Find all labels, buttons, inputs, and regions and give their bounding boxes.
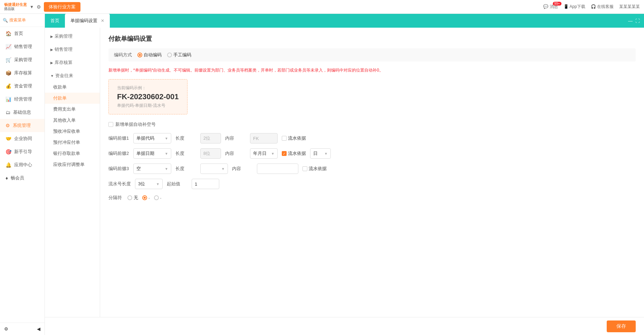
sub-item-other-income[interactable]: 其他收入单 <box>45 115 100 126</box>
sidebar-item-finance[interactable]: 💰 资金管理 <box>0 80 45 93</box>
sep-dot2-radio[interactable]: · <box>154 195 162 201</box>
workspace-dropdown[interactable]: ▼ <box>30 4 34 9</box>
sub-group-purchase: ▶ 采购管理 <box>45 30 100 42</box>
content2-select[interactable]: 年月日 ▼ <box>250 148 278 159</box>
prefix2-select[interactable]: 单据日期 ▼ <box>133 148 171 159</box>
sidebar-item-purchase[interactable]: 🛒 采购管理 <box>0 53 45 66</box>
content1-input: FK <box>250 133 278 143</box>
arrow-icon: ▶ <box>50 48 53 52</box>
finance-icon: 💰 <box>6 83 11 89</box>
serial2-checkbox[interactable]: ✓ <box>282 151 287 156</box>
prefix1-label: 编码前缀1 <box>108 135 129 141</box>
sidebar-item-vip[interactable]: ♦ 畅会员 <box>0 171 45 185</box>
serial3-checkbox[interactable] <box>302 166 307 171</box>
sub-layout: ▶ 采购管理 ▶ 销售管理 ▶ 库存核算 <box>45 28 644 317</box>
sidebar-item-system[interactable]: ⚙ 系统管理 <box>0 119 45 132</box>
sidebar-item-home[interactable]: 🏠 首页 <box>0 27 45 40</box>
code-preview-value: FK-20230602-001 <box>117 92 179 101</box>
sub-title-inventory[interactable]: ▶ 库存核算 <box>45 57 100 68</box>
tab-maximize-icon[interactable]: ⛶ <box>635 18 640 24</box>
start-value-label: 起始值 <box>167 181 188 187</box>
auto-radio-dot <box>137 53 142 57</box>
tab-home[interactable]: 首页 <box>45 14 65 28</box>
sub-item-prepaid-receivable[interactable]: 预收冲应收单 <box>45 126 100 137</box>
content3-input[interactable] <box>257 164 298 174</box>
serial1-checkbox-group: 流水依据 <box>282 135 306 141</box>
serial-length-select[interactable]: 3位 ▼ <box>135 179 163 189</box>
sales-icon: 📈 <box>6 44 11 49</box>
encoding-label: 编码方式 <box>114 52 132 58</box>
sep-dot-radio[interactable]: · <box>142 195 150 201</box>
sub-item-bank[interactable]: 银行存取款单 <box>45 148 100 159</box>
home-icon: 🏠 <box>6 31 11 36</box>
length2-label: 长度 <box>175 150 196 157</box>
sidebar-item-basic-info[interactable]: 🗂 基础信息 <box>0 106 45 119</box>
sidebar-item-guide[interactable]: 🎯 新手引导 <box>0 145 45 158</box>
sep-dot2-dot <box>154 195 159 200</box>
serial2-checkbox-group: ✓ 流水依据 <box>282 150 306 157</box>
sub-title-sales[interactable]: ▶ 销售管理 <box>45 44 100 55</box>
basic-info-icon: 🗂 <box>6 110 10 115</box>
sidebar-item-app-center[interactable]: 🔔 应用中心 <box>0 158 45 171</box>
sidebar-item-inventory[interactable]: 📦 库存核算 <box>0 66 45 80</box>
content2-label: 内容 <box>225 150 246 157</box>
chevron-down-icon: ▼ <box>324 152 328 156</box>
prefix3-select[interactable]: 空 ▼ <box>133 164 171 174</box>
serial-length-label: 流水号长度 <box>108 181 131 187</box>
length2-input: 8位 <box>200 148 221 159</box>
settings-icon[interactable]: ⚙ <box>37 4 41 10</box>
prefix2-label: 编码前缀2 <box>108 150 129 157</box>
code-preview: 当前编码示例： FK-20230602-001 单据代码-单据日期-流水号 <box>108 79 188 114</box>
save-button[interactable]: 保存 <box>607 320 636 332</box>
serial3-checkbox-group: 流水依据 <box>302 166 327 172</box>
sub-item-payment[interactable]: 付款单 <box>45 93 100 104</box>
auto-encoding-radio[interactable]: 自动编码 <box>137 52 162 58</box>
sidebar-item-sales[interactable]: 📈 销售管理 <box>0 40 45 53</box>
length1-input: 2位 <box>200 133 221 143</box>
system-icon: ⚙ <box>6 123 10 128</box>
user-avatar[interactable]: 某某某某某 <box>619 4 640 10</box>
sub-item-adjustment[interactable]: 应收应付调整单 <box>45 159 100 170</box>
sidebar-item-enterprise[interactable]: 🤝 企业协同 <box>0 132 45 145</box>
sidebar-collapse-icon[interactable]: ◀ <box>37 326 40 332</box>
start-value-input[interactable]: 1 <box>192 179 219 189</box>
manual-encoding-radio[interactable]: 手工编码 <box>167 52 191 58</box>
encoding-radio-group: 自动编码 手工编码 <box>137 52 191 58</box>
chevron-down-icon: ▼ <box>221 167 225 171</box>
auto-fill-row: 新增单据自动补空号 <box>108 121 636 128</box>
logo: 畅捷通好生意 搭品版 <box>4 2 27 11</box>
chevron-down-icon: ▼ <box>165 137 168 140</box>
prefix1-select[interactable]: 单据代码 ▼ <box>133 133 171 143</box>
separator-radio-group: 无 · · <box>127 195 161 201</box>
info-text: 新增单据时，*单据编码*自动生成、不可编辑。前缀设置为部门、业务员等档案类，开单… <box>108 67 636 74</box>
tab-encoding-settings[interactable]: 单据编码设置 ✕ <box>65 14 110 28</box>
sidebar-item-management[interactable]: 📊 经营管理 <box>0 93 45 106</box>
sub-item-expense[interactable]: 费用支出单 <box>45 104 100 115</box>
auto-fill-checkbox[interactable] <box>108 122 113 127</box>
code-preview-sub: 单据代码-单据日期-流水号 <box>117 103 179 109</box>
search-menu[interactable]: 🔍 搜索菜单 <box>0 14 45 27</box>
tab-minimize-icon[interactable]: — <box>628 18 633 24</box>
sub-item-receipt[interactable]: 收款单 <box>45 82 100 93</box>
sub-title-purchase[interactable]: ▶ 采购管理 <box>45 30 100 42</box>
sub-title-capital[interactable]: ▼ 资金往来 <box>45 70 100 82</box>
tab-bar-actions: — ⛶ <box>628 18 644 24</box>
serial1-checkbox[interactable] <box>282 136 287 141</box>
serial-period-select[interactable]: 日 ▼ <box>310 148 331 159</box>
sep-none-radio[interactable]: 无 <box>127 195 138 201</box>
tab-close-icon[interactable]: ✕ <box>101 18 104 23</box>
message-btn[interactable]: 💬 消息 99+ <box>543 4 558 10</box>
content3-label: 内容 <box>232 166 253 172</box>
arrow-icon: ▶ <box>50 61 53 65</box>
top-bar: 畅捷通好生意 搭品版 ▼ ⚙ 体验行业方案 💬 消息 99+ 📱 App下载 🎧… <box>0 0 644 14</box>
chevron-down-icon: ▼ <box>271 152 275 156</box>
separator-label: 分隔符 <box>108 195 122 201</box>
experience-btn[interactable]: 体验行业方案 <box>44 2 80 12</box>
serial2-label: 流水依据 <box>288 150 306 157</box>
sub-item-prepaid-payable[interactable]: 预付冲应付单 <box>45 137 100 148</box>
length3-select[interactable]: ▼ <box>200 164 228 174</box>
online-service-btn[interactable]: 🎧 在线客服 <box>591 4 614 10</box>
app-download-btn[interactable]: 📱 App下载 <box>564 4 585 10</box>
tab-bar: 首页 单据编码设置 ✕ — ⛶ <box>45 14 644 28</box>
sidebar-settings-icon[interactable]: ⚙ <box>4 326 8 332</box>
